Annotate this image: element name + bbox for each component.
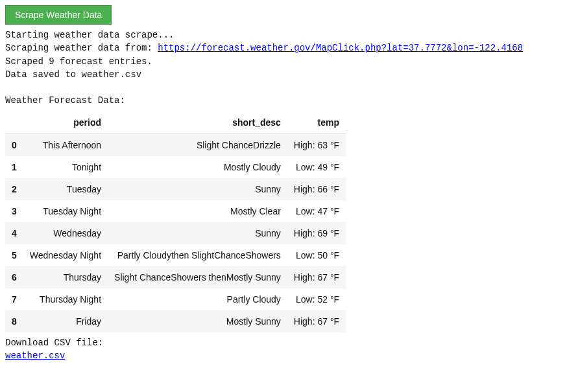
cell-period: This Afternoon [23,133,108,156]
download-label: Download CSV file: [5,338,103,348]
row-index: 5 [5,244,23,266]
row-index: 7 [5,288,23,310]
log-line-count: Scraped 9 forecast entries. [5,56,152,67]
cell-temp: Low: 50 °F [287,244,346,266]
cell-period: Tuesday Night [23,200,108,222]
row-index: 6 [5,266,23,288]
cell-short_desc: Partly Cloudythen SlightChanceShowers [108,244,287,266]
forecast-heading: Weather Forecast Data: [5,95,125,106]
table-row: 1TonightMostly CloudyLow: 49 °F [5,156,346,178]
cell-short_desc: Sunny [108,222,287,244]
cell-period: Wednesday Night [23,244,108,266]
table-row: 4WednesdaySunnyHigh: 69 °F [5,222,346,244]
column-header-temp: temp [287,111,346,134]
log-line-saved: Data saved to weather.csv [5,69,141,80]
cell-temp: High: 67 °F [287,310,346,332]
table-row: 3Tuesday NightMostly ClearLow: 47 °F [5,200,346,222]
table-row: 8FridayMostly SunnyHigh: 67 °F [5,310,346,332]
cell-short_desc: Slight ChanceShowers thenMostly Sunny [108,266,287,288]
cell-period: Wednesday [23,222,108,244]
scrape-url-link[interactable]: https://forecast.weather.gov/MapClick.ph… [158,43,523,53]
cell-short_desc: Sunny [108,178,287,200]
download-section: Download CSV file: weather.csv [5,336,573,363]
cell-temp: Low: 52 °F [287,288,346,310]
cell-period: Thursday Night [23,288,108,310]
table-row: 2TuesdaySunnyHigh: 66 °F [5,178,346,200]
cell-short_desc: Mostly Sunny [108,310,287,332]
cell-temp: High: 69 °F [287,222,346,244]
cell-temp: High: 63 °F [287,133,346,156]
cell-period: Thursday [23,266,108,288]
cell-temp: Low: 49 °F [287,156,346,178]
row-index: 4 [5,222,23,244]
download-csv-link[interactable]: weather.csv [5,351,65,361]
output-log: Starting weather data scrape... Scraping… [5,29,573,108]
cell-period: Tuesday [23,178,108,200]
table-row: 0This AfternoonSlight ChanceDrizzleHigh:… [5,133,346,156]
column-header-short-desc: short_desc [108,111,287,134]
row-index: 1 [5,156,23,178]
row-index: 8 [5,310,23,332]
forecast-table: period short_desc temp 0This AfternoonSl… [5,111,346,332]
cell-short_desc: Slight ChanceDrizzle [108,133,287,156]
cell-temp: Low: 47 °F [287,200,346,222]
scrape-weather-button[interactable]: Scrape Weather Data [5,5,112,25]
table-row: 7Thursday NightPartly CloudyLow: 52 °F [5,288,346,310]
cell-period: Friday [23,310,108,332]
cell-short_desc: Partly Cloudy [108,288,287,310]
cell-short_desc: Mostly Cloudy [108,156,287,178]
cell-temp: High: 66 °F [287,178,346,200]
row-index: 2 [5,178,23,200]
row-index: 0 [5,133,23,156]
cell-temp: High: 67 °F [287,266,346,288]
row-index: 3 [5,200,23,222]
log-line-start: Starting weather data scrape... [5,30,174,40]
log-line-url-prefix: Scraping weather data from: [5,43,158,53]
cell-short_desc: Mostly Clear [108,200,287,222]
table-row: 5Wednesday NightPartly Cloudythen Slight… [5,244,346,266]
table-row: 6ThursdaySlight ChanceShowers thenMostly… [5,266,346,288]
cell-period: Tonight [23,156,108,178]
column-header-period: period [23,111,108,134]
column-header-index [5,111,23,134]
